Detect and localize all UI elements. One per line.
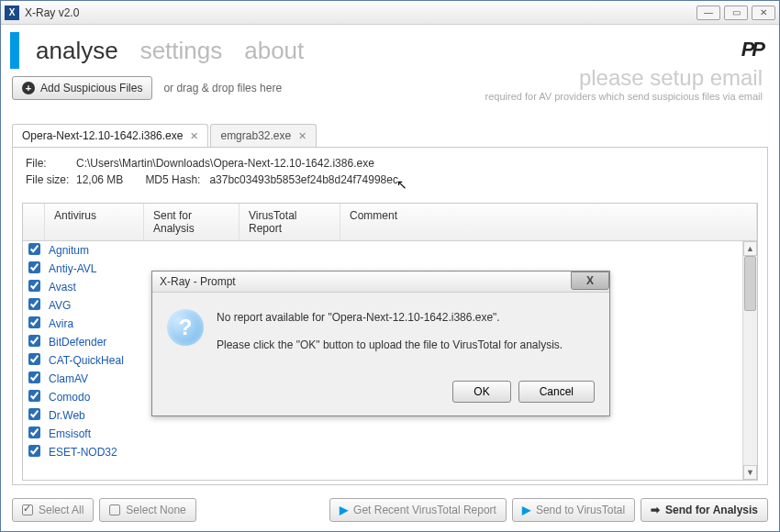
cancel-button[interactable]: Cancel (518, 381, 595, 403)
drag-drop-hint: or drag & drop files here (163, 82, 282, 94)
row-checkbox[interactable] (23, 261, 45, 276)
arrow-icon: ▶ (522, 504, 530, 516)
get-virustotal-report-button[interactable]: ▶ Get Recent VirusTotal Report (329, 498, 507, 522)
row-checkbox[interactable] (23, 427, 45, 441)
accent-bar (10, 32, 19, 69)
toolbar: + Add Suspicious Files or drag & drop fi… (1, 71, 779, 105)
row-checkbox[interactable] (23, 335, 45, 349)
scroll-thumb[interactable] (744, 256, 756, 311)
table-row[interactable]: Emsisoft (23, 425, 742, 443)
file-label: File: (26, 157, 76, 170)
antivirus-name: Dr.Web (45, 409, 85, 422)
dialog-line1: No report available for "Opera-Next-12.1… (217, 309, 563, 326)
maximize-button[interactable]: ▭ (724, 6, 748, 20)
titlebar: X X-Ray v2.0 — ▭ ✕ (1, 1, 779, 25)
dialog-close-button[interactable]: X (571, 272, 609, 290)
file-tab-label: Opera-Next-12.10-1642.i386.exe (22, 129, 183, 142)
arrow-icon: ▶ (340, 504, 348, 516)
col-comment[interactable]: Comment (340, 204, 757, 240)
antivirus-name: Avast (45, 281, 76, 294)
antivirus-name: Emsisoft (45, 427, 91, 440)
tab-about[interactable]: about (233, 37, 315, 65)
filesize-value: 12,06 MB (76, 173, 123, 186)
arrow-icon: ➡ (651, 504, 660, 516)
row-checkbox[interactable] (23, 243, 45, 258)
file-tab-1[interactable]: emgrab32.exe ✕ (210, 124, 317, 147)
col-virustotal[interactable]: VirusTotal Report (240, 204, 340, 240)
add-button-label: Add Suspicious Files (40, 82, 142, 94)
send-to-virustotal-button[interactable]: ▶ Send to VirusTotal (512, 498, 635, 522)
footer: Select All Select None ▶ Get Recent Viru… (1, 493, 779, 531)
dialog-line2: Please click the "OK" button to upload t… (217, 337, 563, 353)
table-row[interactable]: ESET-NOD32 (23, 443, 742, 461)
setup-email-sub: required for AV providers which send sus… (485, 91, 763, 102)
tab-settings[interactable]: settings (129, 37, 234, 65)
antivirus-name: ESET-NOD32 (45, 446, 117, 459)
row-checkbox[interactable] (23, 390, 45, 405)
scroll-up-button[interactable]: ▲ (743, 241, 757, 256)
checkbox-icon (109, 504, 120, 515)
minimize-button[interactable]: — (696, 6, 720, 20)
filesize-label: File size: (26, 173, 76, 186)
window-title: X-Ray v2.0 (25, 6, 696, 19)
close-icon[interactable]: ✕ (298, 130, 306, 142)
app-icon: X (5, 6, 19, 20)
dialog-text: No report available for "Opera-Next-12.1… (217, 309, 563, 364)
file-tabs: Opera-Next-12.10-1642.i386.exe ✕ emgrab3… (12, 124, 768, 147)
table-row[interactable]: Agnitum (23, 241, 742, 260)
row-checkbox[interactable] (23, 445, 45, 460)
scroll-down-button[interactable]: ▼ (743, 465, 757, 480)
row-checkbox[interactable] (23, 298, 45, 313)
close-button[interactable]: ✕ (752, 6, 775, 20)
add-suspicious-files-button[interactable]: + Add Suspicious Files (12, 76, 152, 100)
file-tab-0[interactable]: Opera-Next-12.10-1642.i386.exe ✕ (12, 124, 208, 147)
row-checkbox[interactable] (23, 316, 45, 331)
col-checkbox (23, 204, 45, 240)
row-checkbox[interactable] (23, 353, 45, 368)
antivirus-name: ClamAV (45, 372, 88, 385)
antivirus-name: Comodo (45, 391, 90, 404)
send-for-analysis-button[interactable]: ➡ Send for Analysis (641, 498, 768, 522)
close-icon[interactable]: ✕ (190, 130, 198, 142)
question-icon: ? (167, 309, 204, 346)
file-path: C:\Users\Martin\Downloads\Opera-Next-12.… (76, 157, 374, 170)
antivirus-name: Antiy-AVL (45, 262, 96, 275)
row-checkbox[interactable] (23, 280, 45, 294)
plus-icon: + (22, 82, 35, 94)
col-sent[interactable]: Sent for Analysis (144, 204, 240, 240)
col-antivirus[interactable]: Antivirus (45, 204, 144, 240)
row-checkbox[interactable] (23, 408, 45, 423)
antivirus-table: Antivirus Sent for Analysis VirusTotal R… (22, 203, 758, 481)
setup-email-label[interactable]: please setup email (485, 65, 763, 91)
setup-email-block: please setup email required for AV provi… (485, 65, 763, 102)
table-body: X-Ray - Prompt X ? No report available f… (23, 241, 742, 480)
checkbox-icon (22, 504, 33, 515)
row-checkbox[interactable] (23, 371, 45, 386)
file-tab-label: emgrab32.exe (220, 129, 291, 142)
table-header: Antivirus Sent for Analysis VirusTotal R… (23, 204, 757, 241)
antivirus-name: Avira (45, 317, 73, 330)
md5-label: MD5 Hash: (145, 173, 209, 186)
ok-button[interactable]: OK (452, 381, 510, 403)
content-panel: ↖ File: C:\Users\Martin\Downloads\Opera-… (12, 147, 768, 485)
select-none-button[interactable]: Select None (99, 498, 195, 522)
main-tabs: analyse settings about PP (1, 25, 779, 71)
antivirus-name: AVG (45, 299, 71, 312)
dialog-title: X-Ray - Prompt (160, 275, 236, 288)
file-info: File: C:\Users\Martin\Downloads\Opera-Ne… (13, 148, 767, 199)
dialog-titlebar: X-Ray - Prompt X (152, 272, 609, 293)
antivirus-name: Agnitum (45, 244, 89, 257)
tab-analyse[interactable]: analyse (25, 37, 129, 65)
md5-value: a37bc03493b5853ef24b8d24f74998ec (209, 173, 398, 186)
prompt-dialog: X-Ray - Prompt X ? No report available f… (151, 271, 610, 416)
paypal-icon[interactable]: PP (741, 38, 763, 61)
scrollbar[interactable]: ▲ ▼ (742, 241, 757, 480)
antivirus-name: BitDefender (45, 336, 106, 349)
select-all-button[interactable]: Select All (12, 498, 94, 522)
main-window: X X-Ray v2.0 — ▭ ✕ analyse settings abou… (0, 0, 780, 532)
antivirus-name: CAT-QuickHeal (45, 354, 124, 367)
